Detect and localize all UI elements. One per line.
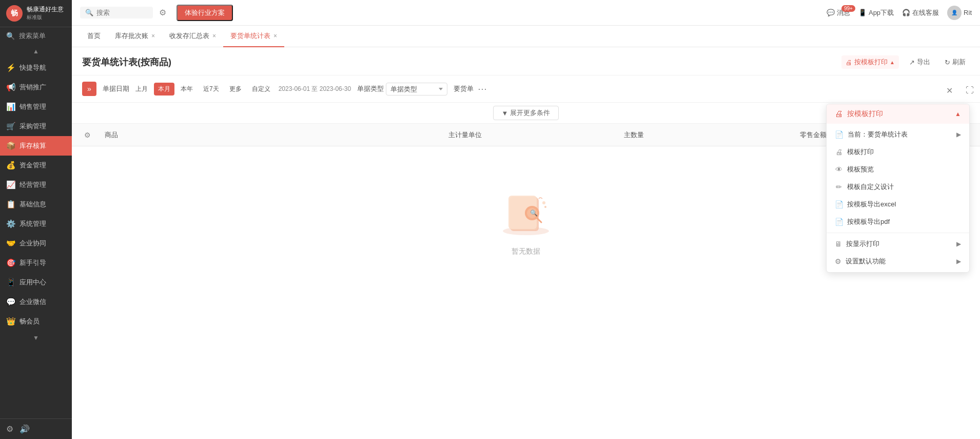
chevron-right-icon-3: ▶ bbox=[956, 258, 961, 265]
user-avatar[interactable]: 👤 Rit bbox=[947, 6, 972, 20]
app-download-label: App下载 bbox=[869, 8, 894, 17]
display-print-icon: 🖥 bbox=[835, 240, 842, 248]
type-label: 单据类型 bbox=[357, 84, 384, 93]
print-template-button[interactable]: 🖨 按模板打印 ▲ bbox=[841, 55, 899, 69]
sidebar-item-inventory[interactable]: 📦 库存核算 bbox=[0, 136, 72, 156]
svg-text:🔍: 🔍 bbox=[530, 209, 538, 217]
date-this-year[interactable]: 本年 bbox=[177, 83, 197, 96]
trial-button[interactable]: 体验行业方案 bbox=[177, 5, 233, 21]
sidebar-item-enterprise-wechat[interactable]: 💬 企业微信 bbox=[0, 292, 72, 312]
display-print-item[interactable]: 🖥 按显示打印 ▶ bbox=[827, 235, 969, 253]
sidebar-item-operations[interactable]: 📈 经营管理 bbox=[0, 175, 72, 195]
column-settings-icon[interactable]: ⚙ bbox=[84, 131, 91, 139]
more-dots[interactable]: ⋯ bbox=[478, 83, 487, 94]
tab-close-order-stats[interactable]: × bbox=[273, 32, 277, 40]
tab-close-inventory-batch[interactable]: × bbox=[151, 32, 155, 40]
sidebar-scroll-up[interactable]: ▲ bbox=[31, 46, 41, 57]
pdf-icon: 📄 bbox=[835, 218, 843, 226]
search-menu[interactable]: 🔍 搜索菜单 bbox=[0, 27, 72, 45]
refresh-button[interactable]: ↻ 刷新 bbox=[940, 55, 970, 69]
refresh-icon: ↻ bbox=[945, 59, 950, 66]
date-last-month[interactable]: 上月 bbox=[131, 83, 152, 96]
close-window-button[interactable]: ✕ bbox=[939, 81, 959, 100]
nav-label-inventory: 库存核算 bbox=[19, 141, 46, 150]
tab-label-inventory-batch: 库存批次账 bbox=[115, 31, 148, 41]
sidebar-item-vip[interactable]: 👑 畅会员 bbox=[0, 312, 72, 331]
set-default-item[interactable]: ⚙ 设置默认功能 ▶ bbox=[827, 253, 969, 270]
nav-label-quick-nav: 快捷导航 bbox=[19, 63, 46, 72]
expand-more-button[interactable]: ▼ 展开更多条件 bbox=[493, 106, 559, 120]
tab-home[interactable]: 首页 bbox=[80, 26, 108, 47]
print-dropdown-header[interactable]: 🖨 按模板打印 ▲ bbox=[827, 104, 969, 124]
tab-inventory-batch[interactable]: 库存批次账× bbox=[108, 26, 162, 47]
template-pdf-label: 按模板导出pdf bbox=[847, 217, 890, 226]
print-dropdown-title: 按模板打印 bbox=[847, 109, 883, 119]
nav-icon-purchase: 🛒 bbox=[6, 122, 15, 131]
template-preview-item[interactable]: 👁 模板预览 bbox=[827, 161, 969, 178]
sidebar-item-system[interactable]: ⚙️ 系统管理 bbox=[0, 214, 72, 234]
page-actions: 🖨 按模板打印 ▲ ↗ 导出 ↻ 刷新 bbox=[841, 55, 970, 69]
sidebar-item-sales[interactable]: 📊 销售管理 bbox=[0, 97, 72, 117]
chevron-right-icon-2: ▶ bbox=[956, 240, 961, 247]
sidebar-item-enterprise[interactable]: 🤝 企业协同 bbox=[0, 234, 72, 253]
search-input[interactable] bbox=[96, 9, 148, 16]
settings-icon[interactable]: ⚙ bbox=[6, 424, 13, 434]
nav-label-enterprise: 企业协同 bbox=[19, 239, 46, 248]
message-icon: 💬 bbox=[827, 9, 835, 16]
filter-expand-icon[interactable]: » bbox=[82, 82, 96, 96]
sidebar-item-app-center[interactable]: 📱 应用中心 bbox=[0, 273, 72, 292]
template-print-item[interactable]: 🖨 模板打印 bbox=[827, 143, 969, 161]
sidebar-item-marketing[interactable]: 📢 营销推广 bbox=[0, 78, 72, 97]
search-box[interactable]: 🔍 bbox=[80, 7, 153, 18]
preview-icon: 👁 bbox=[835, 165, 843, 174]
sidebar-scroll-down[interactable]: ▼ bbox=[31, 332, 41, 343]
support-icon: 🎧 bbox=[902, 9, 910, 16]
date-last-7-days[interactable]: 近7天 bbox=[199, 83, 223, 96]
filter-bar: » 单据日期 上月 本月 本年 近7天 更多 自定义 2023-06-01 至 … bbox=[72, 75, 980, 103]
th-settings: ⚙ bbox=[80, 131, 101, 139]
th-qty: 主数量 bbox=[620, 130, 796, 140]
sidebar: 畅 畅康通好生意 标准版 🔍 搜索菜单 ▲ ⚡ 快捷导航 📢 营销推广 📊 销售… bbox=[0, 0, 72, 439]
date-label: 单据日期 bbox=[103, 84, 129, 93]
search-icon: 🔍 bbox=[6, 32, 15, 40]
nav-icon-inventory: 📦 bbox=[6, 141, 15, 150]
print-icon: 🖨 bbox=[846, 59, 852, 66]
template-pdf-item[interactable]: 📄 按模板导出pdf bbox=[827, 213, 969, 231]
date-this-month[interactable]: 本月 bbox=[154, 83, 174, 96]
empty-text: 暂无数据 bbox=[512, 247, 540, 256]
online-support-button[interactable]: 🎧 在线客服 bbox=[902, 8, 939, 17]
current-template-item[interactable]: 📄 当前：要货单统计表 ▶ bbox=[827, 126, 969, 143]
template-excel-item[interactable]: 📄 按模板导出excel bbox=[827, 196, 969, 213]
date-custom[interactable]: 自定义 bbox=[248, 83, 275, 96]
template-custom-item[interactable]: ✏ 模板自定义设计 bbox=[827, 178, 969, 196]
page-header: 要货单统计表(按商品) 🖨 按模板打印 ▲ ↗ 导出 ↻ 刷新 bbox=[72, 47, 980, 75]
maximize-window-button[interactable]: ⛶ bbox=[959, 81, 980, 100]
sidebar-nav: ⚡ 快捷导航 📢 营销推广 📊 销售管理 🛒 采购管理 📦 库存核算 💰 资金管… bbox=[0, 58, 72, 331]
tab-close-collection-summary[interactable]: × bbox=[212, 32, 216, 40]
date-more[interactable]: 更多 bbox=[225, 83, 246, 96]
sidebar-item-base-info[interactable]: 📋 基础信息 bbox=[0, 195, 72, 214]
nav-label-base-info: 基础信息 bbox=[19, 200, 46, 209]
sidebar-item-guide[interactable]: 🎯 新手引导 bbox=[0, 253, 72, 273]
app-download-button[interactable]: 📱 App下载 bbox=[858, 8, 894, 17]
page-title: 要货单统计表(按商品) bbox=[82, 56, 171, 68]
sound-icon[interactable]: 🔊 bbox=[19, 424, 30, 434]
sidebar-item-quick-nav[interactable]: ⚡ 快捷导航 bbox=[0, 58, 72, 78]
gear-icon[interactable]: ⚙ bbox=[159, 8, 166, 17]
template-print-label: 模板打印 bbox=[847, 147, 874, 157]
nav-label-vip: 畅会员 bbox=[19, 317, 40, 326]
messages-button[interactable]: 💬 消息 99+ bbox=[827, 8, 850, 17]
type-select[interactable]: 单据类型 bbox=[386, 83, 447, 96]
nav-icon-enterprise-wechat: 💬 bbox=[6, 297, 15, 307]
nav-icon-base-info: 📋 bbox=[6, 200, 15, 209]
tab-order-stats[interactable]: 要货单统计表× bbox=[223, 26, 284, 47]
logo-title: 畅康通好生意 bbox=[27, 6, 64, 14]
nav-label-marketing: 营销推广 bbox=[19, 83, 46, 92]
set-default-label: 设置默认功能 bbox=[846, 257, 886, 266]
sidebar-item-finance[interactable]: 💰 资金管理 bbox=[0, 156, 72, 175]
tab-collection-summary[interactable]: 收发存汇总表× bbox=[162, 26, 223, 47]
search-menu-label: 搜索菜单 bbox=[19, 31, 46, 41]
sidebar-item-purchase[interactable]: 🛒 采购管理 bbox=[0, 117, 72, 136]
export-button[interactable]: ↗ 导出 bbox=[905, 55, 934, 69]
refresh-label: 刷新 bbox=[952, 58, 966, 67]
